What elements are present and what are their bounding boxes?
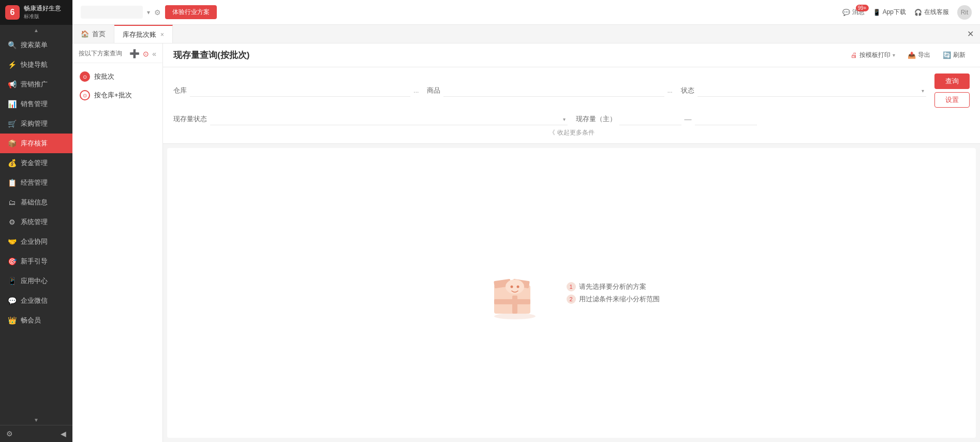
sidebar-item-label: 新手引导 [21,257,48,266]
sidebar-item-guide[interactable]: 🎯 新手引导 [0,252,72,271]
sidebar-item-apps[interactable]: 📱 应用中心 [0,271,72,291]
print-btn[interactable]: 🖨 按模板打印 ▾ [847,49,899,62]
stock-qty-from[interactable] [619,113,681,125]
sidebar-nav: 🔍 搜索菜单 ⚡ 快捷导航 📢 营销推广 📊 销售管理 🛒 采购管理 📦 库存核… [0,35,72,415]
member-icon: 👑 [7,316,17,325]
experience-button[interactable]: 体验行业方案 [165,5,217,19]
sidebar-item-basic[interactable]: 🗂 基础信息 [0,193,72,212]
sidebar-item-label: 应用中心 [21,276,48,286]
add-scheme-icon[interactable]: ➕ [129,49,140,58]
stock-status-label: 现存量状态 [173,114,207,124]
collapse-panel-icon[interactable]: « [152,50,156,58]
export-btn[interactable]: 📤 导出 [903,49,934,62]
footer-settings-icon[interactable]: ⚙ [6,430,13,438]
wechat-icon: 💬 [7,296,17,305]
scheme-item-batch[interactable]: ⊙ 按批次 [72,67,162,86]
messages-btn[interactable]: 💬 消息 99+ [842,8,865,17]
sidebar-item-label: 营销推广 [21,80,48,89]
tab-close-all-btn[interactable]: ✕ [961,25,980,43]
sidebar-item-inventory[interactable]: 📦 库存核算 [0,134,72,153]
page-header: 现存量查询(按批次) 🖨 按模板打印 ▾ 📤 导出 🔄 刷新 [163,43,980,67]
topbar-gear-icon[interactable]: ⚙ [154,8,161,17]
status-label: 状态 [681,86,694,95]
sidebar-item-finance[interactable]: 💰 资金管理 [0,153,72,173]
sidebar-item-marketing[interactable]: 📢 营销推广 [0,75,72,94]
query-btn[interactable]: 查询 [934,73,970,89]
status-select[interactable] [697,84,926,97]
tab-inventory-batch-label: 库存批次账 [123,30,156,39]
hint-text-2: 用过滤条件来缩小分析范围 [579,294,660,304]
scheme-label-warehouse-batch: 按仓库+批次 [94,91,132,100]
settings-btn[interactable]: 设置 [934,92,970,108]
sidebar-item-operation[interactable]: 📋 经营管理 [0,173,72,193]
company-name: 畅康通好生意 [24,5,61,13]
topbar-search-bar[interactable] [81,6,143,19]
sidebar-item-label: 经营管理 [21,178,48,187]
product-label: 商品 [427,86,440,95]
footer-collapse-icon[interactable]: ◀ [61,430,66,438]
search-icon: 🔍 [7,40,17,50]
messages-icon: 💬 [842,9,850,16]
sidebar-item-label: 库存核算 [21,139,48,148]
user-avatar-btn[interactable]: Rit [957,5,972,20]
sidebar-item-sales[interactable]: 📊 销售管理 [0,94,72,114]
sidebar-item-wechat[interactable]: 💬 企业微信 [0,291,72,311]
product-input[interactable] [443,84,664,97]
warehouse-label: 仓库 [173,86,187,95]
empty-svg [484,262,546,324]
topbar-right: 💬 消息 99+ 📱 App下载 🎧 在线客服 Rit [842,5,972,20]
print-icon: 🖨 [851,51,857,59]
tab-bar: 🏠 首页 库存批次账 × ✕ [72,25,980,43]
collapse-more-icon: 《 [549,128,555,137]
left-panel-actions: ➕ ⊙ « [129,49,156,58]
marketing-icon: 📢 [7,80,17,89]
sidebar-header: 6 畅康通好生意 标准版 [0,0,72,25]
search-bar-text [86,8,92,17]
product-more-btn[interactable]: ... [667,87,673,94]
sidebar-scroll-down[interactable]: ▼ [0,415,72,425]
tab-home-label: 首页 [92,30,106,39]
tab-inventory-batch[interactable]: 库存批次账 × [114,25,173,43]
sidebar-scroll-up[interactable]: ▲ [0,25,72,35]
status-select-wrap: ▾ [697,84,926,97]
main-area: ▾ ⚙ 体验行业方案 💬 消息 99+ 📱 App下载 🎧 在线客服 Rit [72,0,980,442]
tab-close-icon[interactable]: × [160,31,164,38]
app-download-btn[interactable]: 📱 App下载 [873,8,906,17]
tab-home[interactable]: 🏠 首页 [72,25,114,43]
query-buttons: 查询 设置 [934,73,970,108]
sidebar-item-label: 资金管理 [21,158,48,168]
stock-status-select[interactable] [210,113,568,125]
sidebar-item-system[interactable]: ⚙ 系统管理 [0,212,72,232]
online-service-btn[interactable]: 🎧 在线客服 [914,8,949,17]
stock-qty-to[interactable] [695,113,757,125]
quick-icon: ⚡ [7,60,17,69]
svg-point-5 [510,286,513,288]
warehouse-more-btn[interactable]: ... [413,87,419,94]
topbar-chevron-icon[interactable]: ▾ [147,9,150,16]
collapse-more-btn[interactable]: 《 收起更多条件 [173,128,970,137]
scheme-item-warehouse-batch[interactable]: ⊙ 按仓库+批次 [72,86,162,105]
sidebar-item-search[interactable]: 🔍 搜索菜单 [0,35,72,55]
sidebar-item-enterprise[interactable]: 🤝 企业协同 [0,232,72,252]
filter-stock-qty: 现存量（主） — [576,113,970,125]
collapse-more-label: 收起更多条件 [557,128,595,137]
sidebar-item-member[interactable]: 👑 畅会员 [0,311,72,330]
sidebar-item-purchase[interactable]: 🛒 采购管理 [0,114,72,134]
scheme-label-batch: 按批次 [94,72,114,81]
topbar-left: ▾ ⚙ 体验行业方案 [81,5,836,19]
hint-num-2: 2 [567,294,576,304]
svg-rect-7 [512,296,517,314]
settings-scheme-icon[interactable]: ⊙ [143,50,149,58]
svg-point-0 [494,313,536,319]
scheme-icon-warehouse-batch: ⊙ [80,90,90,100]
filter-status: 状态 ▾ [681,84,926,97]
close-all-icon: ✕ [967,29,974,39]
sidebar-item-quick[interactable]: ⚡ 快捷导航 [0,55,72,75]
sidebar-footer: ⚙ ◀ [0,425,72,442]
enterprise-icon: 🤝 [7,237,17,246]
warehouse-input[interactable] [190,84,410,97]
sidebar-item-label: 销售管理 [21,99,48,109]
filter-area: 仓库 ... 商品 ... 状态 [163,67,980,144]
empty-illustration [484,262,546,324]
refresh-btn[interactable]: 🔄 刷新 [939,49,970,62]
